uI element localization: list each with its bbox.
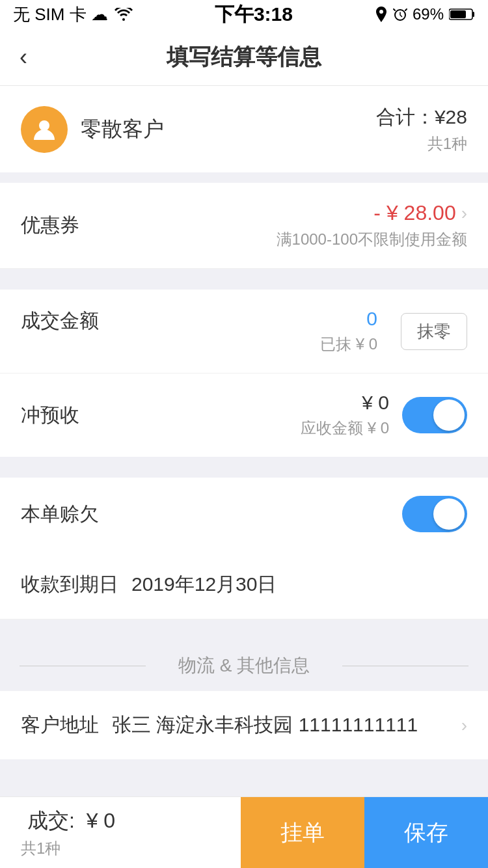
svg-rect-3 <box>450 10 466 18</box>
credit-toggle-thumb <box>433 498 465 530</box>
deal-amount-label: 成交金额 <box>21 308 99 334</box>
svg-rect-2 <box>472 12 474 17</box>
battery-percent: 69% <box>413 5 444 23</box>
alarm-icon <box>393 7 407 21</box>
duedate-label: 收款到期日 <box>21 571 118 598</box>
wifi-icon <box>115 8 133 21</box>
person-icon <box>31 116 57 142</box>
bottom-info: 成交: ¥ 0 共1种 <box>0 807 241 859</box>
credit-label: 本单赊欠 <box>21 501 99 528</box>
divider-3 <box>0 630 488 640</box>
bottom-count: 共1种 <box>21 838 220 859</box>
divider-line-right <box>342 666 468 666</box>
page-title: 填写结算等信息 <box>167 42 321 72</box>
coupon-section[interactable]: 优惠券 - ¥ 28.00 › 满1000-100不限制使用金额 <box>0 183 488 269</box>
avatar <box>21 106 68 153</box>
deal-amount-value: 0 <box>366 308 377 330</box>
address-section: 客户地址 张三 海淀永丰科技园 11111111111 › <box>0 691 488 759</box>
nav-bar: ‹ 填写结算等信息 <box>0 29 488 86</box>
address-label: 客户地址 <box>21 712 99 739</box>
status-right: 69% <box>375 5 475 23</box>
deal-amount-row: 成交金额 0 已抹 ¥ 0 抹零 <box>0 290 488 373</box>
coupon-description: 满1000-100不限制使用金额 <box>277 229 467 250</box>
credit-toggle[interactable] <box>402 496 467 532</box>
coupon-discount: - ¥ 28.00 <box>373 201 455 225</box>
bottom-deal-amount: ¥ 0 <box>87 809 115 832</box>
address-chevron-icon: › <box>461 715 467 736</box>
status-time: 下午3:18 <box>215 1 293 28</box>
prepayment-toggle[interactable] <box>402 397 467 433</box>
customer-row: 零散客户 合计：¥28 共1种 <box>0 86 488 172</box>
deal-amount-sub: 已抹 ¥ 0 <box>320 334 377 355</box>
status-left: 无 SIM 卡 ☁ <box>13 3 133 26</box>
chevron-right-icon: › <box>461 203 467 224</box>
location-icon <box>375 7 388 22</box>
battery-icon <box>449 8 475 21</box>
pending-button[interactable]: 挂单 <box>241 797 364 869</box>
coupon-label: 优惠券 <box>21 212 79 239</box>
deal-amount-section: 成交金额 0 已抹 ¥ 0 抹零 冲预收 ¥ 0 应收金额 ¥ 0 <box>0 290 488 457</box>
coupon-row[interactable]: 优惠券 - ¥ 28.00 › 满1000-100不限制使用金额 <box>0 183 488 269</box>
prepayment-label: 冲预收 <box>21 402 79 429</box>
main-content: 零散客户 合计：¥28 共1种 优惠券 - ¥ 28.00 › 满1000-10… <box>0 86 488 848</box>
divider-2 <box>0 467 488 478</box>
address-row[interactable]: 客户地址 张三 海淀永丰科技园 11111111111 › <box>0 691 488 759</box>
credit-section: 本单赊欠 收款到期日 2019年12月30日 <box>0 478 488 619</box>
back-button[interactable]: ‹ <box>20 44 27 71</box>
logistics-section-header: 物流 & 其他信息 <box>0 640 488 691</box>
prepayment-sub: 应收金额 ¥ 0 <box>301 418 389 439</box>
duedate-row: 收款到期日 2019年12月30日 <box>0 550 488 619</box>
divider-1 <box>0 279 488 290</box>
duedate-value: 2019年12月30日 <box>131 571 277 598</box>
prepayment-value: ¥ 0 <box>362 392 389 414</box>
logistics-label: 物流 & 其他信息 <box>178 653 310 678</box>
bottom-deal-label: 成交: <box>27 809 75 832</box>
customer-name: 零散客户 <box>81 115 164 144</box>
customer-count: 共1种 <box>376 133 467 154</box>
toggle-thumb <box>433 400 465 431</box>
bottom-deal: 成交: ¥ 0 <box>21 807 220 835</box>
address-value: 张三 海淀永丰科技园 11111111111 <box>112 712 456 739</box>
svg-point-4 <box>39 120 49 131</box>
customer-total: 合计：¥28 <box>376 104 467 131</box>
save-button[interactable]: 保存 <box>364 797 488 869</box>
divider-line-left <box>20 666 146 666</box>
prepayment-row: 冲预收 ¥ 0 应收金额 ¥ 0 <box>0 373 488 457</box>
sim-status: 无 SIM 卡 ☁ <box>13 3 108 26</box>
credit-row: 本单赊欠 <box>0 478 488 550</box>
status-bar: 无 SIM 卡 ☁ 下午3:18 69% <box>0 0 488 29</box>
round-zero-button[interactable]: 抹零 <box>401 313 467 350</box>
bottom-bar: 成交: ¥ 0 共1种 挂单 保存 <box>0 796 488 868</box>
